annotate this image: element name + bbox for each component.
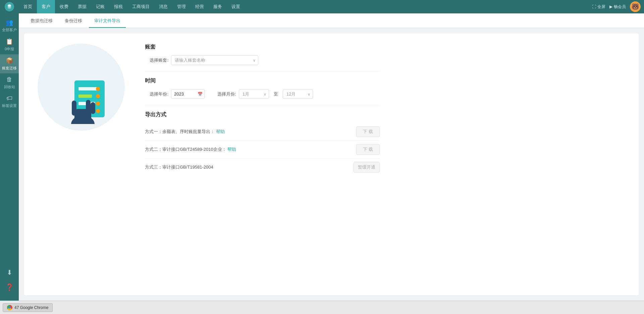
export-method-1-download-button[interactable]: 下 载 (356, 126, 380, 137)
top-navigation: 首页 客户 收费 票据 记账 报税 工商项目 消息 管理 经营 服务 设置 ⛶ … (0, 0, 644, 13)
svg-rect-12 (72, 101, 76, 116)
sidebar-item-recycle-bin[interactable]: 🗑 回收站 (0, 73, 19, 92)
month-end-wrapper: 1月2月3月4月 5月6月7月8月 9月10月11月12月 (283, 89, 313, 99)
content-area: 数据包迁移 备份迁移 审计文件导出 (19, 13, 644, 301)
month-label: 选择月份: (213, 91, 236, 97)
nav-home[interactable]: 首页 (19, 0, 37, 13)
taskbar: 47 Google Chrome (0, 301, 644, 314)
app-logo (3, 1, 15, 13)
member-button[interactable]: ▶ 畅会员 (609, 4, 626, 10)
fullscreen-icon: ⛶ (592, 4, 596, 9)
export-method-3-coming-soon-button[interactable]: 暂缓开通 (354, 162, 380, 173)
account-migration-icon: 📦 (6, 57, 13, 64)
account-select-wrapper: 请输入账套名称 (171, 55, 258, 65)
illustration-container (38, 44, 125, 131)
sidebar-item-all-customers[interactable]: 👥 全部客户 (0, 16, 19, 35)
chrome-icon (7, 305, 12, 310)
time-row: 选择年份: 选择月份: 1月2月3月4月 5月6月7月8月 9月10月11月12… (145, 89, 380, 99)
account-select-row: 选择账套: 请输入账套名称 (145, 55, 380, 65)
nav-fees[interactable]: 收费 (55, 0, 73, 13)
time-section-title: 时间 (145, 77, 380, 84)
page-content: 账套 选择账套: 请输入账套名称 时间 选择年份: (24, 34, 639, 295)
main-layout: 👥 全部客户 📋 0申报 📦 账套迁移 🗑 回收站 🏷 标签设置 ⬇ ❓ 数据包… (0, 13, 644, 301)
tag-settings-icon: 🏷 (6, 95, 12, 102)
svg-point-8 (96, 102, 100, 106)
avatar[interactable]: 🐻 (630, 1, 641, 12)
svg-rect-13 (86, 100, 91, 114)
year-input-wrapper (171, 89, 205, 99)
sidebar-bottom: ⬇ ❓ (3, 266, 16, 298)
account-select-label: 选择账套: (145, 57, 168, 63)
svg-rect-3 (78, 95, 92, 98)
svg-point-6 (96, 87, 100, 91)
sidebar-item-account-migration[interactable]: 📦 账套迁移 (0, 54, 19, 73)
account-select[interactable]: 请输入账套名称 (171, 55, 258, 65)
sidebar-help-icon[interactable]: ❓ (3, 280, 16, 294)
svg-rect-2 (78, 87, 97, 90)
export-method-3-desc: 方式三：审计接口GB/T19581-2004 (145, 164, 213, 170)
export-method-2-download-button[interactable]: 下 载 (356, 144, 380, 155)
to-text: 至 (274, 91, 278, 97)
export-method-1-desc: 方式一：余额表、序时账批量导出： 帮助 (145, 129, 225, 135)
month-start-select[interactable]: 1月2月3月4月 5月6月7月8月 9月10月11月12月 (239, 89, 269, 99)
year-label: 选择年份: (145, 91, 168, 97)
recycle-bin-icon: 🗑 (6, 76, 12, 83)
nav-tax[interactable]: 报税 (109, 0, 127, 13)
illustration-circle (38, 44, 125, 131)
nav-invoices[interactable]: 票据 (73, 0, 91, 13)
tabs-bar: 数据包迁移 备份迁移 审计文件导出 (19, 13, 644, 28)
form-panel: 账套 选择账套: 请输入账套名称 时间 选择年份: (145, 44, 380, 176)
nav-services[interactable]: 服务 (209, 0, 227, 13)
nav-items: 首页 客户 收费 票据 记账 报税 工商项目 消息 管理 经营 服务 设置 (19, 0, 592, 13)
taskbar-chrome-label: 47 Google Chrome (14, 305, 48, 310)
zero-declaration-icon: 📋 (6, 38, 13, 45)
nav-messages[interactable]: 消息 (154, 0, 172, 13)
taskbar-chrome-item[interactable]: 47 Google Chrome (3, 303, 53, 312)
export-section-title: 导出方式 (145, 111, 380, 118)
section-divider-2 (145, 105, 380, 105)
nav-customers[interactable]: 客户 (37, 0, 55, 13)
all-customers-icon: 👥 (6, 19, 13, 26)
nav-accounting[interactable]: 记账 (91, 0, 109, 13)
sidebar-item-tag-settings[interactable]: 🏷 标签设置 (0, 92, 19, 111)
month-end-select[interactable]: 1月2月3月4月 5月6月7月8月 9月10月11月12月 (283, 89, 313, 99)
svg-rect-14 (91, 102, 95, 114)
svg-point-9 (96, 109, 100, 113)
month-start-wrapper: 1月2月3月4月 5月6月7月8月 9月10月11月12月 (239, 89, 269, 99)
fullscreen-button[interactable]: ⛶ 全屏 (592, 4, 605, 10)
tab-backup-migration[interactable]: 备份迁移 (59, 14, 88, 28)
sidebar-download-icon[interactable]: ⬇ (3, 266, 16, 279)
svg-point-7 (96, 94, 100, 98)
account-section-title: 账套 (145, 44, 380, 51)
left-sidebar: 👥 全部客户 📋 0申报 📦 账套迁移 🗑 回收站 🏷 标签设置 ⬇ ❓ (0, 13, 19, 301)
section-divider-1 (145, 71, 380, 71)
year-input[interactable] (171, 89, 205, 99)
export-method-1-help-link[interactable]: 帮助 (216, 129, 225, 134)
top-nav-right: ⛶ 全屏 ▶ 畅会员 🐻 (592, 1, 641, 12)
export-method-2: 方式二：审计接口GB/T24589-2010企业： 帮助 下 载 (145, 141, 380, 159)
tab-data-migration[interactable]: 数据包迁移 (25, 14, 58, 28)
export-method-2-desc: 方式二：审计接口GB/T24589-2010企业： 帮助 (145, 146, 236, 152)
nav-operations[interactable]: 经营 (191, 0, 209, 13)
nav-settings[interactable]: 设置 (227, 0, 245, 13)
sidebar-item-zero-declaration[interactable]: 📋 0申报 (0, 35, 19, 54)
export-method-2-help-link[interactable]: 帮助 (227, 147, 236, 152)
export-method-3: 方式三：审计接口GB/T19581-2004 暂缓开通 (145, 159, 380, 176)
nav-management[interactable]: 管理 (172, 0, 191, 13)
export-method-1: 方式一：余额表、序时账批量导出： 帮助 下 载 (145, 123, 380, 141)
nav-business[interactable]: 工商项目 (127, 0, 154, 13)
tab-audit-export[interactable]: 审计文件导出 (89, 14, 126, 28)
member-icon: ▶ (609, 4, 612, 9)
